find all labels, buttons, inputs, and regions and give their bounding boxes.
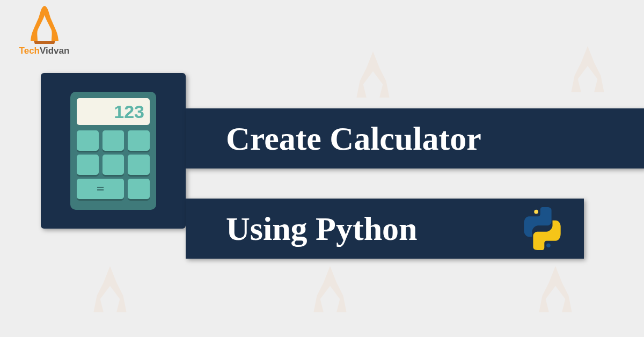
title-text-line1: Create Calculator <box>226 120 481 158</box>
calculator-key <box>128 155 150 175</box>
title-banner-2: Using Python <box>186 199 584 259</box>
brand-logo-icon <box>26 4 63 45</box>
calculator-key <box>103 155 125 175</box>
calculator-icon: 123 = <box>70 92 156 210</box>
calculator-display: 123 <box>77 98 150 125</box>
calculator-key <box>77 155 99 175</box>
calculator-equals-key: = <box>77 179 124 199</box>
calculator-keypad: = <box>77 130 150 199</box>
brand-logo: TechVidvan <box>13 4 75 61</box>
title-text-line2: Using Python <box>226 210 418 248</box>
title-banner-1: Create Calculator <box>186 108 644 169</box>
calculator-key <box>128 130 150 151</box>
svg-point-0 <box>42 9 47 15</box>
brand-logo-text: TechVidvan <box>13 46 75 56</box>
svg-point-1 <box>534 210 538 214</box>
watermark-logo-icon <box>86 263 134 322</box>
calculator-display-value: 123 <box>114 101 144 122</box>
calculator-key <box>77 130 99 151</box>
watermark-logo-icon <box>306 263 354 322</box>
calculator-tile: 123 = <box>41 73 186 229</box>
watermark-logo-icon <box>349 48 397 107</box>
python-logo-icon <box>517 203 568 254</box>
svg-point-2 <box>546 244 551 248</box>
watermark-logo-icon <box>564 43 612 102</box>
calculator-key <box>103 130 125 151</box>
calculator-key <box>128 179 150 199</box>
watermark-logo-icon <box>531 263 580 322</box>
equals-symbol: = <box>97 181 105 197</box>
